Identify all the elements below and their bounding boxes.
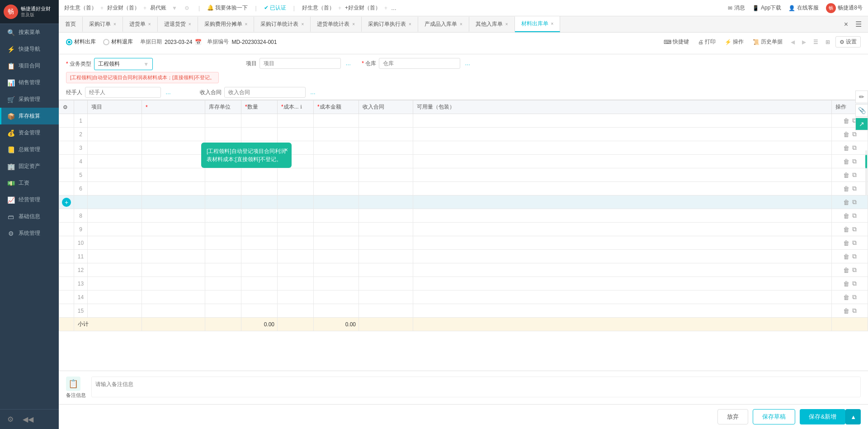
sidebar-item-purchase[interactable]: 🛒 采购管理	[0, 91, 59, 108]
warehouse-dots-link[interactable]: …	[463, 60, 472, 67]
nav-haoshengyi2[interactable]: 好生意（首）	[302, 4, 335, 12]
delete-icon-11[interactable]: 🗑	[843, 253, 849, 260]
material-cell-input-7[interactable]	[90, 199, 139, 205]
cell-cost-amount-1[interactable]	[314, 114, 359, 128]
tab-close-purchase-order[interactable]: ×	[113, 22, 116, 27]
project-cell-input-7[interactable]	[77, 199, 85, 205]
cell-material-2[interactable]	[142, 128, 205, 141]
sidebar-item-search[interactable]: 🔍 搜索菜单	[0, 24, 59, 41]
calendar-icon[interactable]: 📅	[195, 39, 202, 45]
nav-haoyecai2[interactable]: +好业财（首）	[345, 4, 381, 12]
sidebar-item-sales[interactable]: 📊 销售管理	[0, 74, 59, 91]
sidebar-item-finance[interactable]: 💰 资金管理	[0, 124, 59, 141]
copy-icon-9[interactable]: ⧉	[852, 225, 857, 233]
copy-icon-11[interactable]: ⧉	[852, 253, 857, 260]
cell-cost-amount-2[interactable]	[314, 128, 359, 141]
delete-icon-12[interactable]: 🗑	[843, 267, 849, 274]
cell-project-3[interactable]	[88, 141, 142, 155]
handler-input[interactable]	[85, 87, 161, 98]
warehouse-input[interactable]	[379, 58, 460, 69]
delete-icon-5[interactable]: 🗑	[843, 172, 849, 179]
save-draft-button[interactable]: 保存草稿	[753, 409, 795, 424]
tab-close-other-stock-in[interactable]: ×	[505, 22, 508, 27]
income-contract-input[interactable]	[224, 87, 306, 98]
project-input[interactable]	[259, 58, 341, 69]
operation-btn[interactable]: ⚡ 操作	[722, 37, 746, 47]
info-icon[interactable]: ℹ	[300, 104, 302, 110]
sidebar-item-basic[interactable]: 🗃 基础信息	[0, 208, 59, 225]
nav-haoshengyi[interactable]: 好生意（首）	[64, 4, 97, 12]
delete-icon-8[interactable]: 🗑	[843, 212, 849, 219]
sidebar-item-accounting[interactable]: 📒 总账管理	[0, 141, 59, 158]
cell-qty-2[interactable]	[241, 128, 278, 141]
sidebar-collapse-btn[interactable]: ◀◀	[19, 413, 37, 425]
delete-icon-2[interactable]: 🗑	[843, 131, 849, 138]
delete-icon-4[interactable]: 🗑	[843, 158, 849, 165]
copy-icon-13[interactable]: ⧉	[852, 280, 857, 287]
cell-edit-project-7[interactable]	[74, 195, 88, 209]
tab-stock-stats[interactable]: 进货单统计表 ×	[311, 17, 362, 32]
cell-material-3[interactable]	[142, 141, 205, 155]
shortcut-key-btn[interactable]: ⌨ 快捷键	[661, 37, 692, 47]
cell-cost-2[interactable]	[278, 128, 314, 141]
copy-icon-6[interactable]: ⧉	[852, 185, 857, 192]
delete-icon-1[interactable]: 🗑	[843, 117, 849, 124]
sidebar-item-system[interactable]: ⚙ 系统管理	[0, 225, 59, 242]
delete-icon-15[interactable]: 🗑	[843, 307, 849, 315]
tab-finished-goods[interactable]: 产成品入库单 ×	[418, 17, 469, 32]
cell-edit-material-7[interactable]	[88, 195, 142, 209]
copy-icon-14[interactable]: ⧉	[852, 293, 857, 301]
copy-icon-10[interactable]: ⧉	[852, 239, 857, 247]
nav-more[interactable]: …	[391, 5, 396, 11]
settings-button[interactable]: ⚙ 设置	[835, 36, 861, 48]
app-download-btn[interactable]: 📱 App下载	[752, 4, 781, 12]
copy-icon-4[interactable]: ⧉	[852, 157, 857, 165]
sidebar-item-inventory[interactable]: 📦 库存核算	[0, 108, 59, 124]
project-dots-link[interactable]: …	[344, 60, 353, 67]
discard-button[interactable]: 放弃	[717, 409, 748, 424]
tab-purchase-execution[interactable]: 采购订单执行表 ×	[362, 17, 418, 32]
sidebar-item-shortcut[interactable]: ⚡ 快捷导航	[0, 41, 59, 57]
view-toggle-list[interactable]: ☰	[813, 39, 818, 45]
copy-icon-15[interactable]: ⧉	[852, 307, 857, 315]
tab-close-stock-return[interactable]: ×	[189, 22, 191, 27]
nav-haoyecai[interactable]: 好业财（首）	[107, 4, 140, 12]
add-row-button[interactable]: +	[62, 198, 71, 207]
cell-project-4[interactable]	[88, 155, 142, 168]
business-type-select[interactable]: 工程领料 ▼	[94, 58, 153, 70]
handler-dots-link[interactable]: …	[164, 89, 173, 95]
copy-icon-8[interactable]: ⧉	[852, 212, 857, 219]
tab-close-purchase-execution[interactable]: ×	[409, 22, 411, 27]
save-new-dropdown-btn[interactable]: ▲	[845, 409, 861, 424]
tab-home[interactable]: 首页	[59, 17, 83, 32]
nav-experience[interactable]: 🔔 我要体验一下	[207, 4, 248, 12]
income-contract-dots-link[interactable]: …	[308, 89, 317, 95]
tab-close-stock-in[interactable]: ×	[148, 22, 151, 27]
radio-material-out[interactable]: 材料出库	[66, 38, 96, 46]
copy-icon-3[interactable]: ⧉	[852, 144, 857, 152]
sidebar-item-project[interactable]: 📋 项目合同	[0, 57, 59, 74]
delete-icon-7[interactable]: 🗑	[843, 199, 849, 206]
history-btn[interactable]: 📜 历史单据	[750, 37, 785, 47]
copy-icon-7[interactable]: ⧉	[852, 198, 857, 206]
sidebar-settings-btn[interactable]: ⚙	[4, 413, 17, 425]
delete-icon-6[interactable]: 🗑	[843, 185, 849, 192]
user-avatar[interactable]: 畅 畅捷通8号	[826, 3, 863, 13]
copy-icon-2[interactable]: ⧉	[852, 130, 857, 138]
tab-close-purchase-expense[interactable]: ×	[245, 22, 248, 27]
tab-close-stock-stats[interactable]: ×	[352, 22, 355, 27]
tab-purchase-expense[interactable]: 采购费用分摊单 ×	[198, 17, 255, 32]
copy-icon-5[interactable]: ⧉	[852, 171, 857, 179]
delete-icon-3[interactable]: 🗑	[843, 144, 849, 152]
tab-close-all-btn[interactable]: ×	[841, 19, 851, 29]
save-new-button[interactable]: 保存&新增	[800, 409, 845, 424]
doc-date-value[interactable]: 2023-03-24	[165, 39, 192, 45]
nav-yidaizhang[interactable]: 易代账	[150, 4, 166, 12]
tab-material-out[interactable]: 材料出库单 ×	[515, 16, 561, 32]
cell-material-1[interactable]	[142, 114, 205, 128]
notes-input[interactable]	[91, 377, 861, 397]
delete-icon-10[interactable]: 🗑	[843, 239, 849, 247]
sidebar-item-assets[interactable]: 🏢 固定资产	[0, 158, 59, 175]
radio-material-return[interactable]: 材料退库	[103, 38, 133, 46]
tooltip-close-btn[interactable]: ×	[284, 145, 288, 155]
